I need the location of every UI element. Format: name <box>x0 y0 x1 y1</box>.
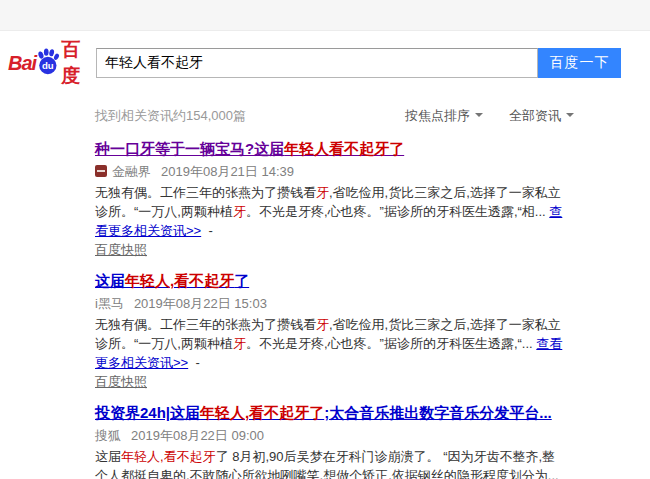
baidu-paw-icon: du <box>36 48 60 79</box>
text-segment: 。不光是牙疼,心也疼。”据诊所的牙科医生透露,“相... <box>246 204 546 219</box>
text-segment: 这届 <box>95 272 125 289</box>
svg-text:du: du <box>42 60 54 71</box>
text-segment: 无独有偶。工作三年的张燕为了攒钱看 <box>95 185 316 200</box>
result-source-row: i黑马2019年08月22日 15:03 <box>95 295 563 312</box>
search-input[interactable] <box>96 48 538 78</box>
search-button[interactable]: 百度一下 <box>538 48 621 78</box>
result-snippet: 无独有偶。工作三年的张燕为了攒钱看牙,省吃俭用,货比三家之后,选择了一家私立诊所… <box>95 183 563 259</box>
sort-dropdown-label: 按焦点排序 <box>405 108 470 123</box>
result-source-row: 金融界2019年08月21日 14:39 <box>95 163 563 180</box>
result-source-row: 搜狐2019年08月22日 09:00 <box>95 427 563 444</box>
dash-separator: - <box>201 223 213 238</box>
results-controls: 按焦点排序 全部资讯 <box>405 107 574 125</box>
result-title-link[interactable]: 投资界24h|这届年轻人,看不起牙了;太合音乐推出数字音乐分发平台... <box>95 404 552 421</box>
highlight-term: 牙 <box>233 336 246 351</box>
text-segment: 无独有偶。工作三年的张燕为了攒钱看 <box>95 317 316 332</box>
highlight-term: 年轻人看不起牙了 <box>284 140 404 157</box>
result-source: i黑马 <box>95 296 124 311</box>
sort-dropdown[interactable]: 按焦点排序 <box>405 107 483 125</box>
highlight-term: 牙 <box>233 204 246 219</box>
search-result: 投资界24h|这届年轻人,看不起牙了;太合音乐推出数字音乐分发平台...搜狐20… <box>95 403 563 479</box>
search-header: Bai du 百度 百度一下 <box>0 31 650 97</box>
search-result: 这届年轻人,看不起牙了i黑马2019年08月22日 15:03无独有偶。工作三年… <box>95 271 563 391</box>
filter-dropdown[interactable]: 全部资讯 <box>509 107 574 125</box>
text-segment: 。不光是牙疼,心也疼。”据诊所的牙科医生透露,“... <box>246 336 533 351</box>
result-title-link[interactable]: 种一口牙等于一辆宝马?这届年轻人看不起牙了 <box>95 140 404 157</box>
baidu-logo[interactable]: Bai du 百度 <box>0 37 96 89</box>
text-segment: ;太合音乐推出数字音乐分发平台... <box>324 404 552 421</box>
chevron-down-icon <box>475 113 483 121</box>
logo-text-chinese: 百度 <box>61 37 96 89</box>
result-date: 2019年08月22日 15:03 <box>134 296 267 311</box>
jrj-favicon-icon <box>95 165 107 177</box>
chevron-down-icon <box>566 113 574 121</box>
result-date: 2019年08月21日 14:39 <box>161 164 294 179</box>
highlight-term: 年轻人,看不起牙 <box>125 272 234 289</box>
results-meta-row: 找到相关资讯约154,000篇 按焦点排序 全部资讯 <box>0 107 650 125</box>
baidu-snapshot-link[interactable]: 百度快照 <box>95 242 147 257</box>
text-segment: 这届 <box>95 449 121 464</box>
result-source: 搜狐 <box>95 428 121 443</box>
result-snippet: 无独有偶。工作三年的张燕为了攒钱看牙,省吃俭用,货比三家之后,选择了一家私立诊所… <box>95 315 563 391</box>
logo-text-bai: Bai <box>8 52 36 75</box>
result-date: 2019年08月22日 09:00 <box>131 428 264 443</box>
text-segment: 投资界24h|这届 <box>95 404 200 421</box>
highlight-term: 牙 <box>316 185 329 200</box>
result-snippet: 这届年轻人,看不起牙了 8月初,90后吴梦在牙科门诊崩溃了。 “因为牙齿不整齐,… <box>95 447 563 479</box>
result-source: 金融界 <box>112 164 151 179</box>
results-count: 找到相关资讯约154,000篇 <box>95 108 246 123</box>
search-results-list: 种一口牙等于一辆宝马?这届年轻人看不起牙了金融界2019年08月21日 14:3… <box>95 139 563 479</box>
dash-separator: - <box>188 355 200 370</box>
text-segment: 种一口牙等于一辆宝马?这届 <box>95 140 284 157</box>
text-segment: 了 <box>234 272 249 289</box>
top-gray-bar <box>0 0 650 31</box>
highlight-term: 年轻人,看不起牙了 <box>200 404 324 421</box>
filter-dropdown-label: 全部资讯 <box>509 108 561 123</box>
search-result: 种一口牙等于一辆宝马?这届年轻人看不起牙了金融界2019年08月21日 14:3… <box>95 139 563 259</box>
highlight-term: 年轻人,看不起牙 <box>121 449 216 464</box>
highlight-term: 牙 <box>316 317 329 332</box>
baidu-snapshot-link[interactable]: 百度快照 <box>95 374 147 389</box>
result-title-link[interactable]: 这届年轻人,看不起牙了 <box>95 272 249 289</box>
